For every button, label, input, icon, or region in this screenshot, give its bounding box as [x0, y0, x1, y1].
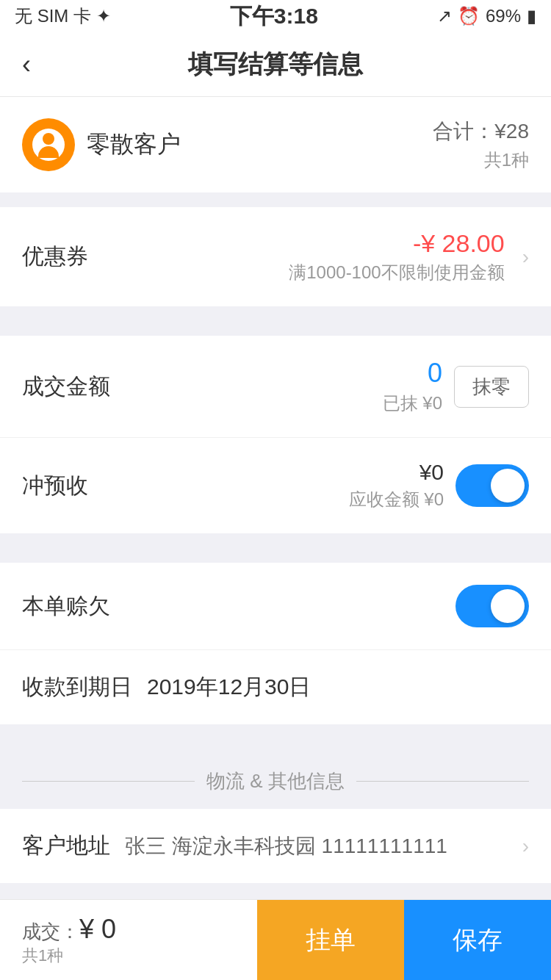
status-time: 下午3:18 [230, 1, 318, 32]
prepayment-sub: 应收金额 ¥0 [349, 488, 444, 511]
avatar [22, 118, 75, 171]
avatar-icon [32, 129, 65, 161]
logistics-line-left [22, 781, 195, 782]
save-button-label: 保存 [453, 923, 503, 957]
customer-count: 共1种 [433, 148, 529, 172]
credit-section: 本单赊欠 收款到期日 2019年12月30日 [0, 563, 551, 724]
deal-amount-label: 成交金额 [22, 372, 110, 402]
prepayment-label: 冲预收 [22, 471, 88, 501]
address-label: 客户地址 [22, 831, 110, 861]
alarm-icon: ⏰ [458, 6, 480, 26]
divider-2 [0, 548, 551, 563]
address-section: 客户地址 张三 海淀永丰科技园 11111111111 › [0, 809, 551, 883]
round-zero-button[interactable]: 抹零 [454, 366, 529, 408]
customer-row[interactable]: 零散客户 合计：¥28 共1种 [0, 97, 551, 192]
prepayment-amount: ¥0 [349, 460, 444, 485]
bottom-info: 成交：¥ 0 共1种 [0, 914, 257, 967]
status-right: ↗ ⏰ 69% ▮ [437, 6, 536, 26]
coupon-discount: -¥ 28.00 [289, 229, 504, 258]
deal-amount-row: 成交金额 0 已抹 ¥0 抹零 [0, 336, 551, 438]
pending-button-label: 挂单 [306, 923, 356, 957]
bottom-deal-label: 成交： [22, 920, 79, 943]
due-date-label: 收款到期日 [22, 672, 132, 702]
address-chevron: › [522, 835, 529, 858]
credit-right [455, 585, 529, 627]
page-title: 填写结算等信息 [188, 48, 363, 82]
coupon-right: -¥ 28.00 满1000-100不限制使用金额 › [289, 229, 529, 284]
customer-name: 零散客户 [87, 129, 181, 161]
battery-level: 69% [486, 6, 521, 26]
prepayment-row: 冲预收 ¥0 应收金额 ¥0 [0, 438, 551, 533]
deal-amount-value[interactable]: 0 [383, 358, 442, 389]
bottom-count: 共1种 [22, 945, 235, 967]
logistics-line-right [356, 781, 529, 782]
credit-row: 本单赊欠 [0, 563, 551, 650]
save-button[interactable]: 保存 [404, 900, 551, 981]
sim-status: 无 SIM 卡 ✦ [15, 4, 111, 28]
pending-button[interactable]: 挂单 [257, 900, 404, 981]
divider-1 [0, 321, 551, 336]
content-area: 零散客户 合计：¥28 共1种 优惠券 -¥ 28.00 满1000-100不限… [0, 97, 551, 980]
credit-label: 本单赊欠 [22, 591, 110, 621]
deal-amount-col: 0 已抹 ¥0 [383, 358, 442, 415]
customer-right: 合计：¥28 共1种 [433, 118, 529, 172]
coupon-value-col: -¥ 28.00 满1000-100不限制使用金额 [289, 229, 504, 284]
prepayment-right: ¥0 应收金额 ¥0 [349, 460, 529, 511]
customer-left: 零散客户 [22, 118, 181, 171]
toggle-circle [491, 469, 525, 502]
status-left: 无 SIM 卡 ✦ [15, 4, 111, 28]
location-icon: ↗ [437, 6, 452, 26]
logistics-divider: 物流 & 其他信息 [0, 754, 551, 809]
status-bar: 无 SIM 卡 ✦ 下午3:18 ↗ ⏰ 69% ▮ [0, 0, 551, 32]
prepayment-toggle[interactable] [455, 464, 529, 507]
nav-bar: ‹ 填写结算等信息 [0, 32, 551, 97]
coupon-label: 优惠券 [22, 242, 88, 272]
bottom-amount: ¥ 0 [79, 914, 116, 944]
credit-toggle[interactable] [455, 585, 529, 627]
credit-toggle-circle [491, 589, 525, 623]
logistics-text: 物流 & 其他信息 [206, 768, 345, 794]
battery-icon: ▮ [527, 6, 536, 26]
prepayment-col: ¥0 应收金额 ¥0 [349, 460, 444, 511]
coupon-section: 优惠券 -¥ 28.00 满1000-100不限制使用金额 › [0, 207, 551, 306]
divider-3 [0, 739, 551, 754]
bottom-bar: 成交：¥ 0 共1种 挂单 保存 [0, 899, 551, 980]
address-row[interactable]: 客户地址 张三 海淀永丰科技园 11111111111 › [0, 809, 551, 883]
coupon-row[interactable]: 优惠券 -¥ 28.00 满1000-100不限制使用金额 › [0, 207, 551, 306]
coupon-chevron: › [522, 245, 529, 269]
deal-amount-right: 0 已抹 ¥0 抹零 [383, 358, 529, 415]
back-button[interactable]: ‹ [22, 49, 31, 80]
coupon-sub: 满1000-100不限制使用金额 [289, 261, 504, 284]
deal-amount-sub: 已抹 ¥0 [383, 392, 442, 415]
due-date-row: 收款到期日 2019年12月30日 [0, 650, 551, 724]
customer-total: 合计：¥28 [433, 118, 529, 145]
address-value: 张三 海淀永丰科技园 11111111111 [125, 832, 516, 860]
due-date-value[interactable]: 2019年12月30日 [147, 672, 311, 702]
amount-section: 成交金额 0 已抹 ¥0 抹零 冲预收 ¥0 应收金额 ¥0 [0, 336, 551, 533]
